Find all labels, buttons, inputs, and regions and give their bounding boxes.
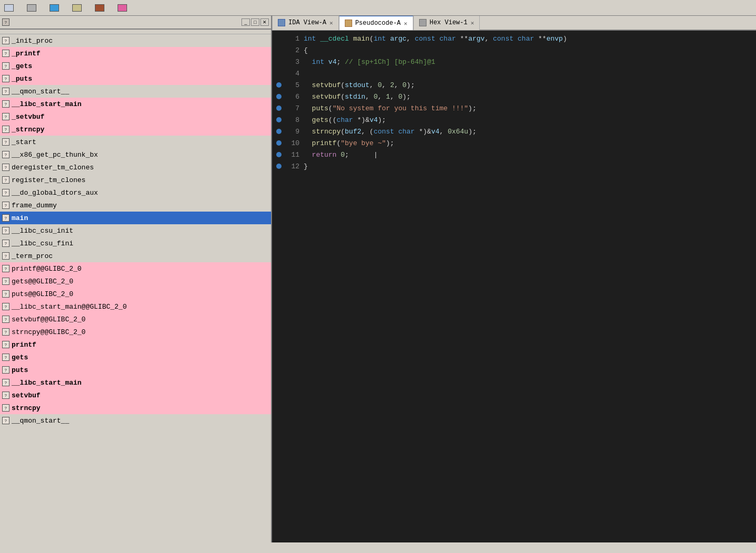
list-item[interactable]: ?setvbuf xyxy=(0,389,271,402)
func-name: _setvbuf xyxy=(12,113,44,121)
line-breakpoint[interactable] xyxy=(276,94,282,99)
func-icon: ? xyxy=(2,37,9,44)
func-icon: ? xyxy=(2,62,9,70)
list-item[interactable]: ?_start xyxy=(0,136,271,148)
panel-restore-button[interactable]: □ xyxy=(251,18,259,26)
func-icon: ? xyxy=(2,404,9,412)
line-content: gets((char *)&v4); xyxy=(304,116,386,124)
panel-minimize-button[interactable]: _ xyxy=(241,18,250,26)
list-item[interactable]: ?_puts xyxy=(0,72,271,85)
func-icon: ? xyxy=(2,189,9,196)
list-item[interactable]: ?__libc_csu_init xyxy=(0,224,271,237)
line-content: setvbuf(stdin, 0, 1, 0); xyxy=(304,93,411,101)
code-area[interactable]: 1int __cdecl main(int argc, const char *… xyxy=(272,31,756,542)
func-icon: ? xyxy=(2,151,9,158)
func-icon: ? xyxy=(2,265,9,272)
list-item[interactable]: ?__libc_start_main xyxy=(0,376,271,389)
list-item[interactable]: ?_gets xyxy=(0,60,271,72)
func-icon: ? xyxy=(2,202,9,209)
line-breakpoint[interactable] xyxy=(276,47,282,53)
line-breakpoint[interactable] xyxy=(276,117,282,122)
func-name: setvbuf xyxy=(12,392,41,399)
line-breakpoint[interactable] xyxy=(276,164,282,169)
tab-close-pseudocode[interactable]: ✕ xyxy=(404,20,408,27)
list-item[interactable]: ?deregister_tm_clones xyxy=(0,161,271,174)
func-icon: ? xyxy=(2,392,9,399)
list-item[interactable]: ?__libc_csu_fini xyxy=(0,237,271,250)
list-item[interactable]: ?__libc_start_main@@GLIBC_2_0 xyxy=(0,300,271,313)
list-item[interactable]: ?register_tm_clones xyxy=(0,174,271,186)
tab-label-hex-view: Hex View-1 xyxy=(430,19,468,26)
list-item[interactable]: ?_setvbuf xyxy=(0,110,271,123)
tab-pseudocode[interactable]: Pseudocode-A✕ xyxy=(339,16,413,30)
list-item[interactable]: ?__libc_start_main xyxy=(0,98,271,110)
list-item[interactable]: ?puts xyxy=(0,364,271,376)
func-icon: ? xyxy=(2,341,9,348)
line-breakpoint[interactable] xyxy=(276,71,282,76)
func-name: main xyxy=(12,214,28,222)
line-breakpoint[interactable] xyxy=(276,129,282,134)
line-breakpoint[interactable] xyxy=(276,152,282,157)
tab-close-ida-view[interactable]: ✕ xyxy=(329,20,333,26)
line-breakpoint[interactable] xyxy=(276,36,282,41)
list-item[interactable]: ?_strncpy xyxy=(0,123,271,136)
func-name: _init_proc xyxy=(12,37,53,45)
list-item[interactable]: ?puts@@GLIBC_2_0 xyxy=(0,288,271,300)
line-content: strncpy(buf2, (const char *)&v4, 0x64u); xyxy=(304,128,477,136)
func-icon: ? xyxy=(2,417,9,424)
line-breakpoint[interactable] xyxy=(276,140,282,146)
func-name: _term_proc xyxy=(12,252,53,260)
func-name: puts xyxy=(12,366,28,374)
list-item[interactable]: ?__qmon_start__ xyxy=(0,85,271,98)
list-item[interactable]: ?gets xyxy=(0,351,271,364)
line-number: 11 xyxy=(285,151,299,159)
list-item[interactable]: ?__x86_get_pc_thunk_bx xyxy=(0,148,271,161)
legend-regular xyxy=(50,4,62,12)
list-item[interactable]: ?printf@@GLIBC_2_0 xyxy=(0,262,271,275)
line-content: printf("bye bye ~"); xyxy=(304,139,394,147)
list-item[interactable]: ?_init_proc xyxy=(0,34,271,47)
list-item[interactable]: ?setvbuf@@GLIBC_2_0 xyxy=(0,313,271,326)
func-name: gets@@GLIBC_2_0 xyxy=(12,278,73,285)
func-icon: ? xyxy=(2,366,9,374)
func-name: __qmon_start__ xyxy=(12,417,69,425)
func-icon: ? xyxy=(2,328,9,336)
func-name: __qmon_start__ xyxy=(12,88,69,96)
tab-ida-view[interactable]: IDA View-A✕ xyxy=(272,16,339,30)
list-item[interactable]: ?printf xyxy=(0,338,271,351)
list-item[interactable]: ?__qmon_start__ xyxy=(0,414,271,427)
func-icon: ? xyxy=(2,164,9,171)
list-item[interactable]: ?gets@@GLIBC_2_0 xyxy=(0,275,271,288)
functions-list[interactable]: ?_init_proc?_printf?_gets?_puts?__qmon_s… xyxy=(0,34,271,542)
right-panel: IDA View-A✕Pseudocode-A✕Hex View-1✕ 1int… xyxy=(272,16,756,542)
tab-close-hex-view[interactable]: ✕ xyxy=(471,20,474,26)
line-breakpoint[interactable] xyxy=(276,106,282,111)
tab-hex-view[interactable]: Hex View-1✕ xyxy=(413,16,480,30)
legend-data-color xyxy=(27,4,36,12)
list-item[interactable]: ?__do_global_dtors_aux xyxy=(0,186,271,199)
panel-close-button[interactable]: ✕ xyxy=(260,18,269,26)
func-icon: ? xyxy=(2,303,9,310)
legend-unexplored xyxy=(72,4,84,12)
legend-unexplored-color xyxy=(72,4,82,12)
func-icon: ? xyxy=(2,88,9,95)
code-line: 2{ xyxy=(272,44,756,56)
list-item[interactable]: ?_printf xyxy=(0,47,271,60)
func-icon: ? xyxy=(2,278,9,285)
list-item[interactable]: ?strncpy xyxy=(0,402,271,414)
func-name: _strncpy xyxy=(12,126,44,134)
func-icon: ? xyxy=(2,100,9,108)
line-breakpoint[interactable] xyxy=(276,59,282,64)
line-breakpoint[interactable] xyxy=(276,82,282,88)
line-content: setvbuf(stdout, 0, 2, 0); xyxy=(304,81,415,89)
func-icon: ? xyxy=(2,354,9,361)
line-number: 7 xyxy=(285,104,299,112)
list-item[interactable]: ?_term_proc xyxy=(0,250,271,262)
list-item[interactable]: ?strncpy@@GLIBC_2_0 xyxy=(0,326,271,338)
line-content: puts("No system for you this time !!!"); xyxy=(304,104,477,112)
func-icon: ? xyxy=(2,126,9,133)
func-name: strncpy xyxy=(12,404,41,412)
list-item[interactable]: ?main xyxy=(0,212,271,224)
list-item[interactable]: ?frame_dummy xyxy=(0,199,271,212)
main-area: ? _ □ ✕ ?_init_proc?_printf?_gets?_puts?… xyxy=(0,16,756,542)
